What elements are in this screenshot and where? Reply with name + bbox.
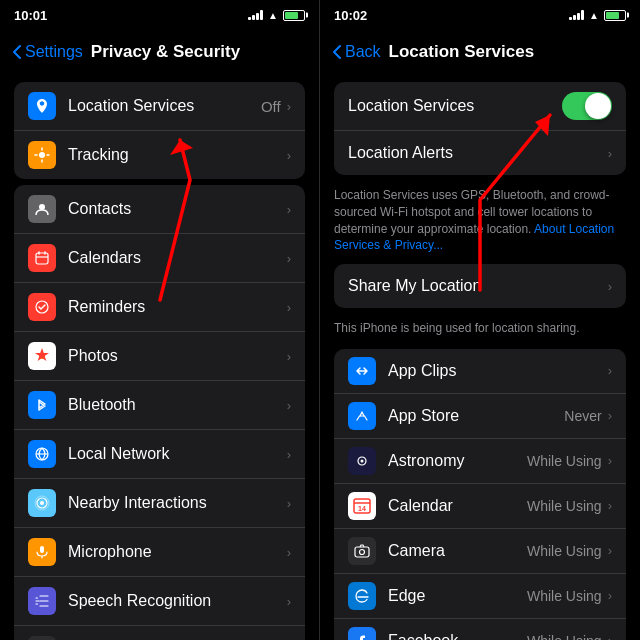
right-status-icons: ▲ [569,10,626,21]
right-back-label: Back [345,43,381,61]
left-photos-item[interactable]: Photos › [14,332,305,381]
left-calendars-item[interactable]: Calendars › [14,234,305,283]
svg-point-16 [361,459,364,462]
camera-app-item[interactable]: Camera While Using › [334,529,626,574]
speech-recognition-chevron: › [287,594,291,609]
left-tracking-item[interactable]: Tracking › [14,131,305,179]
edge-label: Edge [388,587,527,605]
right-location-alerts-label: Location Alerts [348,144,608,162]
app-clips-item[interactable]: App Clips › [334,349,626,394]
left-status-icons: ▲ [248,10,305,21]
camera-app-label: Camera [388,542,527,560]
right-scroll-area: Location Services Location Alerts › Loca… [320,74,640,640]
right-location-services-label: Location Services [348,97,562,115]
right-top-section: Location Services Location Alerts › [334,82,626,175]
left-speech-item[interactable]: Speech Recognition › [14,577,305,626]
calendar-app-icon: 14 [348,492,376,520]
calendar-chevron: › [608,498,612,513]
tracking-chevron: › [287,148,291,163]
reminders-chevron: › [287,300,291,315]
svg-rect-9 [40,546,44,553]
photos-icon [28,342,56,370]
app-store-icon [348,402,376,430]
app-clips-icon [348,357,376,385]
share-my-location-item[interactable]: Share My Location › [334,264,626,308]
camera-icon [28,636,56,640]
photos-chevron: › [287,349,291,364]
svg-text:14: 14 [358,505,366,512]
bluetooth-icon [28,391,56,419]
location-info-link[interactable]: About Location Services & Privacy... [334,222,614,253]
microphone-label: Microphone [68,543,287,561]
photos-label: Photos [68,347,287,365]
camera-app-value: While Using [527,543,602,559]
bluetooth-label: Bluetooth [68,396,287,414]
left-time: 10:01 [14,8,47,23]
contacts-label: Contacts [68,200,287,218]
left-bluetooth-item[interactable]: Bluetooth › [14,381,305,430]
astronomy-icon [348,447,376,475]
edge-value: While Using [527,588,602,604]
tracking-label: Tracking [68,146,287,164]
astronomy-label: Astronomy [388,452,527,470]
app-store-label: App Store [388,407,564,425]
tracking-icon [28,141,56,169]
astronomy-chevron: › [608,453,612,468]
left-nearby-interactions-item[interactable]: Nearby Interactions › [14,479,305,528]
local-network-chevron: › [287,447,291,462]
app-store-chevron: › [608,408,612,423]
svg-point-1 [39,204,45,210]
left-reminders-item[interactable]: Reminders › [14,283,305,332]
svg-point-0 [39,152,45,158]
left-microphone-item[interactable]: Microphone › [14,528,305,577]
share-my-location-section: Share My Location › [334,264,626,308]
calendars-label: Calendars [68,249,287,267]
camera-app-icon [348,537,376,565]
right-signal-bars-icon [569,10,584,20]
location-services-toggle[interactable] [562,92,612,120]
left-status-bar: 10:01 ▲ [0,0,319,30]
speech-recognition-label: Speech Recognition [68,592,287,610]
right-location-alerts-chevron: › [608,146,612,161]
left-nav-title: Privacy & Security [91,42,240,62]
facebook-label: Facebook [388,632,527,640]
app-list-section: App Clips › App Store Never › [334,349,626,640]
microphone-chevron: › [287,545,291,560]
edge-item[interactable]: Edge While Using › [334,574,626,619]
left-location-services-item[interactable]: Location Services Off › [14,82,305,131]
right-time: 10:02 [334,8,367,23]
right-battery-icon [604,10,626,21]
calendar-value: While Using [527,498,602,514]
left-back-label: Settings [25,43,83,61]
left-contacts-item[interactable]: Contacts › [14,185,305,234]
bluetooth-chevron: › [287,398,291,413]
facebook-value: While Using [527,633,602,640]
speech-recognition-icon [28,587,56,615]
calendar-item[interactable]: 14 Calendar While Using › [334,484,626,529]
app-store-item[interactable]: App Store Never › [334,394,626,439]
astronomy-item[interactable]: Astronomy While Using › [334,439,626,484]
reminders-label: Reminders [68,298,287,316]
edge-chevron: › [608,588,612,603]
right-location-services-item[interactable]: Location Services [334,82,626,131]
right-back-button[interactable]: Back [332,43,381,61]
camera-app-chevron: › [608,543,612,558]
nearby-interactions-icon [28,489,56,517]
left-location-label: Location Services [68,97,261,115]
right-nav-title: Location Services [389,42,535,62]
right-wifi-icon: ▲ [589,10,599,21]
left-scroll-area: Contacts › Calendars › [0,185,319,640]
svg-rect-19 [355,547,369,557]
facebook-item[interactable]: Facebook While Using › [334,619,626,640]
left-list-section: Contacts › Calendars › [14,185,305,640]
right-location-alerts-item[interactable]: Location Alerts › [334,131,626,175]
left-top-section: Location Services Off › Tracking › [14,82,305,179]
left-back-button[interactable]: Settings [12,43,83,61]
nearby-interactions-label: Nearby Interactions [68,494,287,512]
left-local-network-item[interactable]: Local Network › [14,430,305,479]
share-my-location-chevron: › [608,279,612,294]
left-camera-item[interactable]: Camera › [14,626,305,640]
right-panel: 10:02 ▲ Back L [320,0,640,640]
toggle-thumb [585,93,611,119]
nearby-interactions-chevron: › [287,496,291,511]
